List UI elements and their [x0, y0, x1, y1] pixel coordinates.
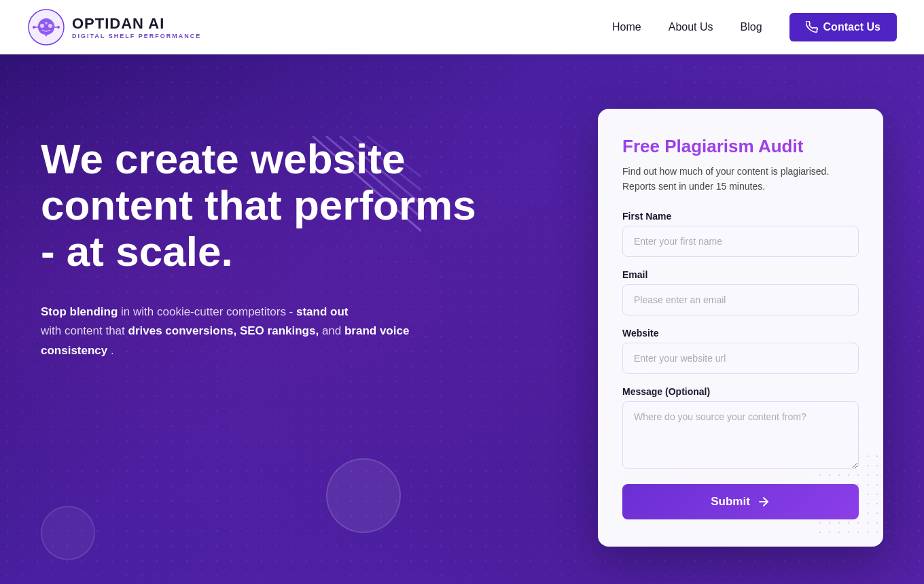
- svg-point-2: [40, 24, 44, 28]
- svg-point-6: [57, 26, 60, 29]
- hero-body-text-3: and: [322, 324, 344, 337]
- logo-subtitle: DIGITAL SHELF PERFORMANCE: [72, 33, 201, 39]
- email-group: Email: [622, 269, 859, 315]
- svg-point-5: [33, 26, 35, 29]
- contact-button[interactable]: Contact Us: [789, 13, 897, 41]
- nav-about[interactable]: About Us: [669, 21, 713, 33]
- hero-body-strong-1: Stop blending: [41, 305, 118, 318]
- logo[interactable]: OPTIDAN AI DIGITAL SHELF PERFORMANCE: [27, 8, 201, 46]
- phone-icon: [806, 21, 818, 33]
- form-title: Free Plagiarism Audit: [622, 136, 859, 157]
- hero-body-strong-3: drives conversions, SEO rankings,: [128, 324, 319, 337]
- nav-blog[interactable]: Blog: [741, 21, 762, 33]
- first-name-input[interactable]: [622, 226, 859, 257]
- form-card: Free Plagiarism Audit Find out how much …: [598, 109, 883, 547]
- first-name-label: First Name: [622, 211, 859, 222]
- arrow-right-icon: [757, 495, 770, 509]
- message-textarea[interactable]: [622, 401, 859, 469]
- first-name-group: First Name: [622, 211, 859, 257]
- svg-point-3: [48, 24, 52, 28]
- hero-body-end: .: [111, 344, 114, 357]
- nav-home[interactable]: Home: [612, 21, 641, 33]
- hero-body-text-2: with content that: [41, 324, 128, 337]
- submit-label: Submit: [711, 495, 750, 509]
- hero-content: We create website content that performs …: [41, 109, 489, 361]
- main-section: We create website content that performs …: [0, 54, 924, 584]
- submit-button[interactable]: Submit: [622, 484, 859, 519]
- hero-body-strong-2: stand out: [296, 305, 349, 318]
- hero-body-text-1: in with cookie-cutter competitors -: [121, 305, 296, 318]
- logo-text: OPTIDAN AI DIGITAL SHELF PERFORMANCE: [72, 15, 201, 39]
- website-input[interactable]: [622, 343, 859, 374]
- navbar: OPTIDAN AI DIGITAL SHELF PERFORMANCE Hom…: [0, 0, 924, 54]
- website-label: Website: [622, 328, 859, 339]
- logo-icon: [27, 8, 65, 46]
- nav-links: Home About Us Blog Contact Us: [612, 13, 897, 41]
- message-label: Message (Optional): [622, 386, 859, 397]
- hero-title: We create website content that performs …: [41, 136, 489, 275]
- svg-point-4: [45, 22, 48, 24]
- message-group: Message (Optional): [622, 386, 859, 472]
- hero-body: Stop blending in with cookie-cutter comp…: [41, 303, 421, 362]
- form-description: Find out how much of your content is pla…: [622, 164, 859, 194]
- decorative-circle-2: [41, 506, 95, 560]
- decorative-circle-1: [326, 458, 401, 533]
- logo-title: OPTIDAN AI: [72, 15, 201, 33]
- website-group: Website: [622, 328, 859, 374]
- email-input[interactable]: [622, 284, 859, 315]
- contact-button-label: Contact Us: [823, 21, 881, 33]
- email-label: Email: [622, 269, 859, 280]
